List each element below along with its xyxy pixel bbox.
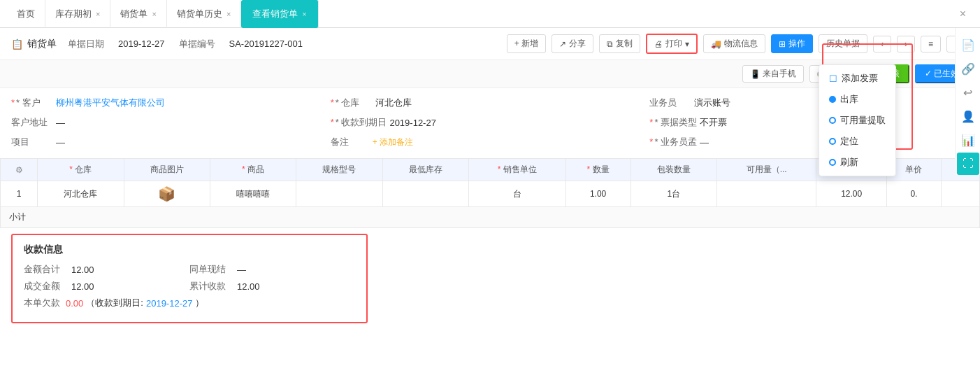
- grid1-button[interactable]: ≡: [921, 36, 941, 52]
- close-icon-sales[interactable]: ×: [152, 10, 156, 18]
- operation-label: 操作: [788, 38, 805, 50]
- sidebar-link-icon[interactable]: 🔗: [957, 57, 979, 80]
- from-phone-button[interactable]: 📱 来自手机: [742, 65, 804, 83]
- tab-check-sales[interactable]: 查看销货单 ×: [241, 0, 318, 28]
- share-button[interactable]: ↗ 分享: [552, 34, 593, 53]
- logistics-button[interactable]: 🚚 物流信息: [703, 34, 765, 53]
- payment-info: 收款信息 金额合计 12.00 同单现结 — 成交金额 12.00 累计收款 1…: [11, 234, 368, 323]
- available-qty-item[interactable]: 可用量提取: [819, 110, 895, 131]
- print-icon: 🖨: [654, 39, 663, 49]
- cumulative-col: 累计收款 12.00: [189, 280, 355, 293]
- print-dropdown-icon: ▾: [685, 39, 689, 49]
- col-available: 可用量（...: [717, 159, 816, 181]
- due-date-label: * 收款到期日: [331, 116, 387, 129]
- available-qty-label: 可用量提取: [840, 114, 886, 127]
- cumulative-value: 12.00: [237, 281, 260, 292]
- refresh-item[interactable]: 刷新: [819, 152, 895, 173]
- salesman-value: —: [700, 137, 709, 148]
- doc-title-text: 销货单: [27, 38, 57, 50]
- gear-icon[interactable]: ⚙: [15, 165, 23, 175]
- salesman-field: * 业务员孟 —: [649, 136, 969, 148]
- customer-label: * 客户: [11, 97, 53, 109]
- col-unit: * 销售单位: [469, 159, 566, 181]
- copy-button[interactable]: ⧉ 复制: [599, 34, 640, 53]
- tab-bar: 首页 库存期初 × 销货单 × 销货单历史 × 查看销货单 × ×: [0, 0, 980, 28]
- cumulative-label: 累计收款: [189, 280, 231, 293]
- effective-icon: ✓: [925, 69, 932, 78]
- customer-value[interactable]: 柳州粤港平安气体有限公司: [56, 97, 165, 109]
- nav-prev-button[interactable]: ‹: [873, 36, 891, 52]
- locate-item[interactable]: 定位: [819, 131, 895, 152]
- staff-label: 业务员: [649, 97, 691, 109]
- project-value: —: [56, 137, 65, 148]
- history-label: 历史单据: [826, 38, 860, 50]
- payment-title: 收款信息: [24, 244, 355, 256]
- due-date-value: 2019-12-27: [389, 118, 436, 128]
- cell-spec: [296, 181, 382, 207]
- col-product: * 商品: [210, 159, 296, 181]
- close-icon-check[interactable]: ×: [302, 10, 306, 18]
- close-icon-inventory[interactable]: ×: [96, 10, 100, 18]
- tab-sales-order[interactable]: 销货单 ×: [110, 0, 166, 28]
- sidebar-user-icon[interactable]: 👤: [957, 105, 979, 127]
- col-spec: 规格型号: [296, 159, 382, 181]
- customer-field: * 客户 柳州粤港平安气体有限公司: [11, 97, 331, 109]
- sidebar-doc-icon[interactable]: 📄: [957, 34, 979, 56]
- same-order-value: —: [237, 265, 246, 275]
- owed-label: 本单欠款: [24, 297, 66, 309]
- tab-sales-history[interactable]: 销货单历史 ×: [167, 0, 241, 28]
- col-gear: ⚙: [1, 159, 38, 181]
- owed-label-col: 本单欠款: [24, 297, 66, 309]
- staff-field: 业务员 演示账号: [649, 97, 969, 109]
- doc-title-area: 📋 销货单: [11, 38, 57, 50]
- add-remark-button[interactable]: + 添加备注: [373, 136, 413, 148]
- project-label: 项目: [11, 136, 53, 148]
- history-button[interactable]: 历史单据: [819, 34, 867, 53]
- close-icon-history[interactable]: ×: [226, 10, 231, 18]
- add-invoice-item[interactable]: ☐ 添加发票: [819, 68, 895, 89]
- logistics-icon: 🚚: [711, 39, 721, 49]
- staff-value: 演示账号: [694, 97, 730, 109]
- col-pack-qty: 包装数量: [630, 159, 716, 181]
- sidebar-expand-icon[interactable]: ⛶: [957, 153, 979, 175]
- print-button[interactable]: 🖨 打印 ▾: [646, 34, 698, 54]
- payment-row-3: 本单欠款 0.00 （收款到期日: 2019-12-27 ）: [24, 297, 355, 309]
- share-icon: ↗: [559, 39, 566, 49]
- doc-number-label: 单据编号: [179, 38, 215, 50]
- logistics-label: 物流信息: [724, 38, 758, 50]
- table-row: 1 河北仓库 📦 嘻嘻嘻嘻 台 1.00 1台 12.00 0.: [1, 181, 980, 207]
- nav-prev-icon: ‹: [881, 39, 884, 49]
- doc-meta: 单据日期 2019-12-27 单据编号 SA-20191227-001: [68, 38, 303, 50]
- tab-home[interactable]: 首页: [7, 0, 45, 28]
- cell-image: 📦: [124, 181, 210, 207]
- owed-value: 0.00: [66, 298, 83, 309]
- cell-pack-qty: 1台: [630, 181, 716, 207]
- cell-qty: 1.00: [565, 181, 630, 207]
- sidebar-return-icon[interactable]: ↩: [957, 81, 979, 104]
- tab-check-label: 查看销货单: [252, 8, 298, 20]
- new-button[interactable]: + 新增: [507, 34, 546, 53]
- col-qty: * 数量: [565, 159, 630, 181]
- tab-inventory-init[interactable]: 库存期初 ×: [45, 0, 110, 28]
- operation-button[interactable]: ⊞ 操作: [771, 34, 813, 53]
- nav-next-button[interactable]: ›: [897, 36, 915, 52]
- owed-suffix-start: （收款到期日:: [86, 297, 143, 309]
- doc-date-label: 单据日期: [68, 38, 104, 50]
- sidebar-chart-icon[interactable]: 📊: [957, 129, 979, 151]
- add-invoice-icon: ☐: [829, 73, 837, 84]
- add-invoice-label: 添加发票: [842, 72, 878, 85]
- refresh-icon: [829, 159, 836, 166]
- deal-label: 成交金额: [24, 280, 66, 293]
- tab-inventory-label: 库存期初: [55, 8, 92, 20]
- outbound-icon: [829, 96, 836, 103]
- doc-date-value: 2019-12-27: [118, 38, 165, 49]
- subtotal-label: 小计: [1, 207, 980, 228]
- ticket-label: * 票据类型: [649, 116, 697, 129]
- cell-product: 嘻嘻嘻嘻: [210, 181, 296, 207]
- doc-header: 📋 销货单 单据日期 2019-12-27 单据编号 SA-20191227-0…: [0, 28, 980, 60]
- cell-warehouse: 河北仓库: [38, 181, 124, 207]
- payment-row-1: 金额合计 12.00 同单现结 —: [24, 263, 355, 276]
- page-close-button[interactable]: ×: [953, 8, 973, 20]
- amount-col: 金额合计 12.00: [24, 263, 189, 276]
- outbound-item[interactable]: 出库: [819, 89, 895, 110]
